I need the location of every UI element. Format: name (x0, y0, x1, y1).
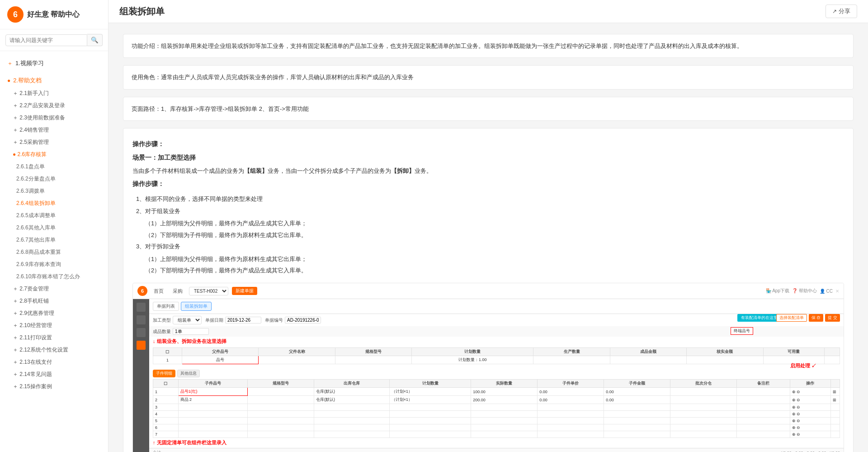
lrow6-spec (248, 424, 314, 431)
lrow5-expand (831, 418, 840, 424)
sidebar-item-ops[interactable]: ＋ 2.10经营管理 (0, 319, 108, 332)
mockup-footer-left: 合计 (153, 450, 161, 452)
lrow1-batch (670, 388, 737, 396)
mockup-form-row2: 成品数量 终端品号 (149, 326, 844, 337)
mockup-submit-btn[interactable]: 提 交 (825, 314, 840, 322)
sidebar-item-fund[interactable]: ＋ 2.7资金管理 (0, 283, 108, 295)
lcol-note: 备注栏 (737, 380, 790, 388)
sidebar-item-transfer[interactable]: 2.6.3调拨单 (0, 185, 108, 197)
sidebar-item-assembly[interactable]: 2.6.4组装拆卸单 (0, 197, 108, 209)
sidebar-item-ledger-error[interactable]: 2.6.10库存账本错了怎么办 (0, 271, 108, 283)
mockup-field-type: 加工类型 组装单 (153, 316, 202, 324)
sidebar-item-dataprep[interactable]: ＋ 2.3使用前数据准备 (0, 112, 108, 124)
sidebar-item-faq[interactable]: ＋ 2.14常见问题 (0, 368, 108, 381)
lrow3-actualqty (471, 404, 538, 411)
lrow2-ops: ⊕ ⊖ (790, 396, 830, 404)
annotation-assembly-text: ↓ 组装业务、拆卸业务在这里选择 (153, 338, 226, 344)
mockup-body: 单据列表 组装拆卸单 加工类型 组装单 (133, 299, 844, 452)
lrow2-note (737, 396, 790, 404)
lrow7-actualqty (471, 431, 538, 438)
lrow7-batch (670, 431, 737, 438)
sidebar-item-inventory[interactable]: ● 2.6库存核算 (0, 148, 108, 161)
feature-intro-box: 功能介绍：组装拆卸单用来处理企业组装或拆卸等加工业务，支持有固定装配清单的产品加… (123, 34, 854, 58)
lrow6-actualqty (471, 424, 538, 431)
mockup-tab-components[interactable]: 子件明细 (153, 370, 175, 377)
sidebar-item-helpdoc[interactable]: ● 2.帮助文档 (0, 74, 108, 87)
sidebar-item-online-pay[interactable]: ＋ 2.13在线支付 (0, 356, 108, 368)
mockup-docno-input[interactable] (285, 317, 321, 324)
sidebar-item-custom[interactable]: ＋ 2.12系统个性化设置 (0, 344, 108, 356)
mockup-enable-row: 启用处理 ↙ (149, 366, 844, 368)
lrow5-sku (178, 418, 248, 424)
sidebar-item-ledger-query[interactable]: 2.6.9库存账本查询 (0, 258, 108, 271)
mockup-tab-detail[interactable]: 组装拆卸单 (181, 302, 212, 311)
sidebar-item-newuser[interactable]: ＋ 2.1新手入门 (0, 87, 108, 100)
lrow4-batch (670, 411, 737, 418)
row1-sku: 品号 (182, 356, 258, 364)
lrow1-planqty: （计划×1） (389, 388, 471, 396)
mockup-topbar: 6 首页 采购 TEST-H002 新建单据 🏪 App下载 ❓ 帮助中心 👤 … (133, 283, 844, 299)
mockup-tab-other[interactable]: 其他信息 (177, 370, 200, 377)
mockup-company-select[interactable]: TEST-H002 (189, 287, 228, 295)
lrow4-note (737, 411, 790, 418)
sidebar-item-install[interactable]: ＋ 2.2产品安装及登录 (0, 100, 108, 112)
search-input[interactable] (5, 34, 87, 46)
nav-section-video: ＋ 1.视频学习 (0, 55, 108, 72)
main-content: 组装拆卸单 ↗ 分享 功能介绍：组装拆卸单用来处理企业组装或拆卸等加工业务，支持… (108, 0, 868, 452)
search-button[interactable]: 🔍 (87, 34, 103, 46)
sidebar-item-coupon[interactable]: ＋ 2.9优惠券管理 (0, 307, 108, 319)
mockup-tab-list[interactable]: 单据列表 (153, 302, 179, 311)
lrow1-check: 1 (153, 388, 179, 396)
mockup-right-btns: 选择装配清单 保 存 提 交 (776, 314, 840, 322)
lrow2-check: 2 (153, 396, 179, 404)
col-check: ☐ (153, 348, 182, 356)
sidebar-item-print[interactable]: ＋ 2.11打印设置 (0, 332, 108, 344)
mockup-new-btn[interactable]: 新建单据 (232, 287, 257, 295)
lrow3-wh (314, 404, 390, 411)
mockup-nav-buy: 采购 (170, 287, 185, 295)
mockup-type-select[interactable]: 组装单 (173, 316, 202, 324)
mockup-save-btn[interactable]: 保 存 (809, 314, 824, 322)
lrow7-expand (831, 431, 840, 438)
mockup-form-row1: 加工类型 组装单 单据日期 单据编号 (149, 314, 844, 326)
feature-intro-text: 功能介绍：组装拆卸单用来处理企业组装或拆卸等加工业务，支持有固定装配清单的产品加… (132, 43, 743, 49)
col-plan-qty: 计划数量 (412, 348, 533, 356)
sidebar-item-partial-check[interactable]: 2.6.2分量盘点单 (0, 173, 108, 185)
mockup-logo: 6 (137, 286, 147, 296)
lrow3-note (737, 404, 790, 411)
lcol-ops: 操作 (790, 380, 830, 388)
lrow4-check: 4 (153, 411, 179, 418)
row1-cost (610, 356, 686, 364)
mockup-lower-tabs: 子件明细 其他信息 (153, 370, 840, 377)
annotation-no-bom-row: ↑ 无固定清单可在组件栏这里录入 (153, 439, 840, 446)
annotation-enable-text: 启用处理 ↙ (790, 362, 816, 369)
mockup-label-qty: 成品数量 (153, 328, 171, 335)
sidebar-item-cost-adj[interactable]: 2.6.5成本调整单 (0, 209, 108, 222)
lrow3-check: 3 (153, 404, 179, 411)
lrow5-amount (604, 418, 670, 424)
sidebar-item-video[interactable]: ＋ 1.视频学习 (0, 57, 108, 70)
sidebar-item-other-in[interactable]: 2.6.6其他入库单 (0, 222, 108, 234)
sidebar-item-sales[interactable]: ＋ 2.4销售管理 (0, 124, 108, 136)
step3-sub2: （2）下部明细为子件明细，最终作为产成品生成其它入库单。 (132, 265, 844, 276)
lrow4-sku (178, 411, 248, 418)
sidebar-item-cost-recalc[interactable]: 2.6.8商品成本重算 (0, 246, 108, 258)
mockup-qty-input[interactable] (173, 328, 209, 335)
mockup-main-content: 单据列表 组装拆卸单 加工类型 组装单 (149, 299, 844, 452)
sidebar-item-cases[interactable]: ＋ 2.15操作案例 (0, 381, 108, 393)
sidebar-item-purchase[interactable]: ＋ 2.5采购管理 (0, 136, 108, 148)
sidebar-item-other-out[interactable]: 2.6.7其他出库单 (0, 234, 108, 246)
plus-icon-11: ＋ (13, 334, 18, 341)
lrow5-note (737, 418, 790, 424)
row1-name (259, 356, 335, 364)
plus-icon-5: ＋ (13, 127, 18, 133)
share-button[interactable]: ↗ 分享 (826, 5, 857, 18)
lrow4-ops: ⊕ ⊖ (790, 411, 830, 418)
sidebar-item-mobile[interactable]: ＋ 2.8手机旺铺 (0, 295, 108, 307)
mockup-date-input[interactable] (225, 317, 261, 324)
lrow7-check: 7 (153, 431, 179, 438)
mockup-select-bom-btn[interactable]: 选择装配清单 (776, 314, 807, 322)
sidebar-item-stockcheck[interactable]: 2.6.1盘点单 (0, 161, 108, 173)
mockup-app-store: 🏪 App下载 (766, 288, 789, 294)
sidebar-header: 6 好生意 帮助中心 (0, 0, 108, 29)
